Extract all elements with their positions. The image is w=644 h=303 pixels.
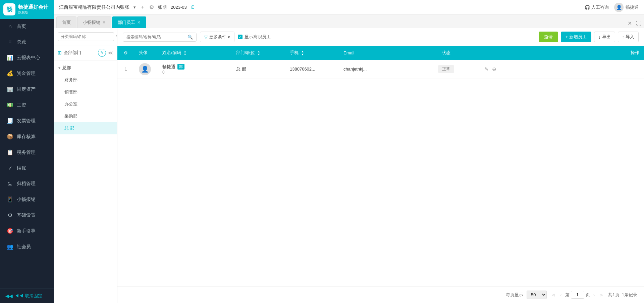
sidebar-item-archive[interactable]: 🗂 归档管理 <box>0 176 54 191</box>
expand-icon[interactable]: ⛶ <box>636 20 641 27</box>
company-name: 江西服宝精品有限责任公司内账张 <box>59 4 129 10</box>
add-company-icon[interactable]: ＋ <box>140 4 145 11</box>
dept-tree-item-finance[interactable]: 财务部 <box>54 74 117 86</box>
topbar-settings-icon[interactable]: ⚙ <box>149 4 154 10</box>
page-input[interactable] <box>571 291 584 299</box>
tab-dept-close-icon[interactable]: ✕ <box>137 20 141 25</box>
guide-icon: 🎯 <box>7 228 13 234</box>
export-button[interactable]: ↓ 导出 <box>594 32 615 42</box>
sidebar-item-guide[interactable]: 🎯 新手引导 <box>0 223 54 239</box>
content: 🔍 ⊞ 全部部门 ✎ ≪ ▼ 总部 财务部 销售部 <box>54 28 644 303</box>
employee-name: 畅捷通 部 <box>162 64 227 70</box>
col-settings[interactable]: ⚙ <box>117 46 134 60</box>
sidebar-item-tax[interactable]: 📋 税务管理 <box>0 144 54 160</box>
service-button[interactable]: 🎧 人工咨询 <box>585 4 609 10</box>
sort-arrows-name: ▲▼ <box>183 50 186 56</box>
company-dropdown-icon[interactable]: ▾ <box>133 5 136 10</box>
dept-collapse-icon[interactable]: ≪ <box>108 50 113 55</box>
import-button[interactable]: ↑ 导入 <box>618 32 639 42</box>
page-first-button[interactable]: ⊲ <box>550 292 557 298</box>
more-icon: 👥 <box>7 244 13 250</box>
export-icon: ↓ <box>598 35 601 40</box>
filter-button[interactable]: ▽ 更多条件 ▾ <box>200 32 234 42</box>
cell-status: 正常 <box>413 60 480 79</box>
tab-home[interactable]: 首页 <box>56 16 76 28</box>
pagination: 每页显示 50 10 20 100 ⊲ ‹ 第 页 › ⊳ <box>117 286 644 303</box>
cancel-fixed-button[interactable]: ◀◀ ◀◀ 取消固定 <box>0 289 54 303</box>
search-input[interactable] <box>126 35 185 39</box>
dept-tree-item-office[interactable]: 办公室 <box>54 98 117 110</box>
sidebar-item-fixed-assets[interactable]: 🏢 固定资产 <box>0 81 54 97</box>
tax-icon: 📋 <box>7 149 13 156</box>
status-badge: 正常 <box>438 65 454 73</box>
avatar-circle: 👤 <box>139 63 151 75</box>
inventory-icon: 📦 <box>7 133 13 140</box>
headset-icon: 🎧 <box>585 5 590 10</box>
toolbar-right: 邀请 + 新增员工 ↓ 导出 ↑ 导入 <box>539 32 639 42</box>
search-icon[interactable]: 🔍 <box>187 35 193 40</box>
period-label: 账期 <box>158 4 167 10</box>
logout-icon[interactable]: ⊖ <box>492 66 496 72</box>
invite-button[interactable]: 邀请 <box>539 32 558 42</box>
col-dept-position[interactable]: 部门/职位 ▲▼ <box>231 46 285 60</box>
col-name-code[interactable]: 姓名/编码 ▲▼ <box>158 46 231 60</box>
report-icon: 📊 <box>7 54 13 61</box>
add-employee-button[interactable]: + 新增员工 <box>561 32 591 42</box>
user-menu[interactable]: 👤 畅捷通 <box>614 3 639 12</box>
sidebar-item-general-ledger[interactable]: ≡ 总账 <box>0 34 54 50</box>
resigned-checkbox[interactable]: ✓ <box>238 35 243 39</box>
cell-avatar: 👤 <box>134 60 158 79</box>
page-last-button[interactable]: ⊳ <box>598 292 605 298</box>
dept-badge: 部 <box>177 64 184 70</box>
sidebar-item-report-center[interactable]: 📊 云报表中心 <box>0 50 54 66</box>
sidebar-item-expense[interactable]: 📱 小畅报销 <box>0 191 54 207</box>
per-page-select[interactable]: 50 10 20 100 <box>527 291 547 299</box>
cell-index: 1 <box>117 60 134 79</box>
sidebar-item-inventory[interactable]: 📦 库存核算 <box>0 129 54 144</box>
tab-expense-close-icon[interactable]: ✕ <box>102 20 106 25</box>
page-nav: ⊲ ‹ 第 页 › ⊳ <box>550 291 605 299</box>
dept-tree-group-root[interactable]: ▼ 总部 <box>54 62 117 74</box>
dept-tree-item-purchase[interactable]: 采购部 <box>54 110 117 122</box>
arrow-left-icon: ◀◀ <box>5 293 13 299</box>
employee-table-wrap: ⚙ 头像 姓名/编码 ▲▼ 部门/职位 ▲▼ <box>117 46 644 286</box>
sidebar-item-salary[interactable]: 💵 工资 <box>0 97 54 113</box>
dept-tree-item-sales[interactable]: 销售部 <box>54 86 117 98</box>
tab-dept-employee[interactable]: 部门员工 ✕ <box>112 16 146 28</box>
pagination-total: 共1页, 1条记录 <box>608 292 637 298</box>
sidebar-item-invoice[interactable]: 🧾 发票管理 <box>0 113 54 129</box>
tab-expense[interactable]: 小畅报销 ✕ <box>77 16 111 28</box>
page-input-wrap: 第 页 <box>565 291 590 299</box>
right-panel: 🔍 ▽ 更多条件 ▾ ✓ 显示离职员工 邀请 + 新增员工 ↓ 导出 <box>117 28 644 303</box>
employee-code: 0 <box>162 70 227 75</box>
sidebar-item-more[interactable]: 👥 社会员 <box>0 239 54 255</box>
grid-icon: ⊞ <box>58 50 62 55</box>
table-row: 1 👤 畅捷通 部 0 总 部 138070602... chanjethkj.… <box>117 60 644 79</box>
expense-icon: 📱 <box>7 196 13 203</box>
sort-arrows-dept: ▲▼ <box>257 50 260 56</box>
dept-search-input[interactable] <box>58 32 114 41</box>
sidebar-item-basic-settings[interactable]: ⚙ 基础设置 <box>0 207 54 223</box>
page-next-button[interactable]: › <box>592 292 596 298</box>
topbar-right: 🎧 人工咨询 👤 畅捷通 <box>585 3 639 12</box>
sidebar-item-home[interactable]: ⌂ 首页 <box>0 19 54 34</box>
dept-all-header: ⊞ 全部部门 ✎ ≪ <box>54 45 117 60</box>
tabs-actions: ✕ ⛶ <box>628 20 641 28</box>
sidebar-item-fund-management[interactable]: 💰 资金管理 <box>0 66 54 81</box>
page-prev-button[interactable]: ‹ <box>559 292 563 298</box>
col-phone[interactable]: 手机 ▲▼ <box>285 46 339 60</box>
calendar-icon[interactable]: 🗓 <box>191 5 195 10</box>
show-resigned-toggle[interactable]: ✓ 显示离职员工 <box>238 34 271 40</box>
filter-icon: ▽ <box>204 35 208 40</box>
fund-icon: 💰 <box>7 70 13 77</box>
dept-tree-item-general[interactable]: 总 部 <box>54 122 117 134</box>
cell-email: chanjethkj... <box>339 60 413 79</box>
sidebar-item-checkout[interactable]: ✓ 结账 <box>0 160 54 176</box>
toolbar: 🔍 ▽ 更多条件 ▾ ✓ 显示离职员工 邀请 + 新增员工 ↓ 导出 <box>117 28 644 46</box>
topbar: 江西服宝精品有限责任公司内账张 ▾ ＋ ⚙ 账期 2023-03 🗓 🎧 人工咨… <box>54 0 644 15</box>
page-unit: 页 <box>586 292 590 298</box>
dept-search-bar: 🔍 <box>54 28 117 45</box>
edit-icon[interactable]: ✎ <box>484 66 489 72</box>
close-all-icon[interactable]: ✕ <box>628 20 632 27</box>
dept-edit-button[interactable]: ✎ <box>98 49 106 57</box>
